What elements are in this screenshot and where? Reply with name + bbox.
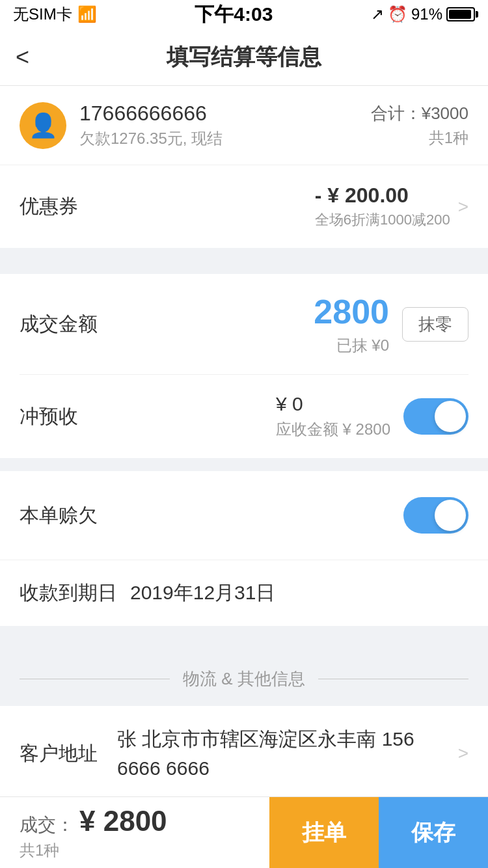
prepay-value: ¥ 0 (276, 393, 390, 415)
coupon-info: - ¥ 200.00 全场6折满1000减200 (315, 183, 450, 230)
coupon-discount: - ¥ 200.00 (315, 183, 450, 208)
coupon-row[interactable]: 优惠券 - ¥ 200.00 全场6折满1000减200 > (0, 165, 488, 248)
hold-order-button[interactable]: 挂单 (269, 797, 379, 869)
deal-amount-info: 2800 已抹 ¥0 (314, 292, 389, 356)
page-title: 填写结算等信息 (167, 42, 321, 72)
customer-row: 👤 17666666666 欠款1276.35元, 现结 合计：¥3000 共1… (0, 86, 488, 165)
battery-icon (446, 7, 475, 21)
gray-divider-3 (0, 639, 488, 652)
receivable-label: 应收金额 ¥ 2800 (276, 419, 390, 440)
status-left: 无SIM卡 📶 (13, 4, 97, 25)
gray-divider-2 (0, 458, 488, 471)
save-button[interactable]: 保存 (379, 797, 488, 869)
customer-right: 合计：¥3000 共1种 (371, 102, 468, 148)
due-date-value: 2019年12月31日 (130, 580, 275, 606)
amount-section: 成交金额 2800 已抹 ¥0 抹零 冲预收 ¥ 0 应收金额 ¥ 2800 (0, 274, 488, 458)
prepay-right: ¥ 0 应收金额 ¥ 2800 (276, 393, 468, 440)
customer-card: 👤 17666666666 欠款1276.35元, 现结 合计：¥3000 共1… (0, 86, 488, 248)
coupon-description: 全场6折满1000减200 (315, 210, 450, 230)
footer-info: 成交： ¥ 2800 共1种 (0, 805, 269, 861)
footer-deal-label: 成交： (20, 813, 74, 837)
status-bar: 无SIM卡 📶 下午4:03 ↗ ⏰ 91% (0, 0, 488, 29)
back-button[interactable]: < (16, 44, 29, 71)
customer-phone: 17666666666 (79, 102, 223, 126)
total-label: 合计：¥3000 (371, 102, 468, 125)
logistics-header-text: 物流 & 其他信息 (183, 668, 305, 690)
customer-debt: 欠款1276.35元, 现结 (79, 128, 223, 149)
debt-label: 本单赊欠 (20, 502, 98, 529)
avatar: 👤 (20, 102, 66, 149)
prepay-row: 冲预收 ¥ 0 应收金额 ¥ 2800 (20, 375, 468, 458)
debt-toggle[interactable] (403, 497, 468, 534)
logistics-header: 物流 & 其他信息 (0, 652, 488, 706)
toggle-knob (435, 401, 466, 432)
total-count: 共1种 (371, 128, 468, 148)
footer-count: 共1种 (20, 840, 250, 861)
round-off-button[interactable]: 抹零 (402, 307, 468, 342)
address-value: 张 北京市市辖区海淀区永丰南 156 6666 6666 (117, 724, 458, 783)
due-date-row: 收款到期日 2019年12月31日 (0, 560, 488, 626)
customer-info: 17666666666 欠款1276.35元, 现结 (79, 102, 223, 149)
prepay-label: 冲预收 (20, 403, 78, 430)
coupon-right: - ¥ 200.00 全场6折满1000减200 > (315, 183, 468, 230)
debt-row: 本单赊欠 (0, 471, 488, 560)
deal-amount-label: 成交金额 (20, 311, 98, 338)
customer-left: 👤 17666666666 欠款1276.35元, 现结 (20, 102, 223, 149)
location-icon: ↗ (371, 5, 384, 23)
battery-label: 91% (411, 5, 442, 23)
due-date-label: 收款到期日 (20, 580, 117, 606)
address-row[interactable]: 客户地址 张 北京市市辖区海淀区永丰南 156 6666 6666 > (0, 706, 488, 801)
footer: 成交： ¥ 2800 共1种 挂单 保存 (0, 796, 488, 868)
coupon-arrow-icon: > (458, 197, 468, 217)
deal-amount-row: 成交金额 2800 已抹 ¥0 抹零 (20, 274, 468, 375)
sim-label: 无SIM卡 (13, 4, 72, 25)
status-time: 下午4:03 (195, 1, 273, 28)
coupon-label: 优惠券 (20, 193, 78, 220)
deal-amount-value: 2800 (314, 292, 389, 331)
debt-toggle-knob (435, 500, 466, 531)
wifi-icon: 📶 (77, 5, 97, 23)
alarm-icon: ⏰ (388, 5, 407, 23)
status-right: ↗ ⏰ 91% (371, 5, 475, 23)
address-arrow-icon: > (458, 743, 468, 764)
footer-deal-row: 成交： ¥ 2800 (20, 805, 250, 837)
header-line-left (20, 679, 170, 679)
already-rounded: 已抹 ¥0 (314, 335, 389, 356)
content: 👤 17666666666 欠款1276.35元, 现结 合计：¥3000 共1… (0, 86, 488, 868)
prepay-toggle[interactable] (403, 398, 468, 435)
gray-divider-1 (0, 261, 488, 274)
nav-bar: < 填写结算等信息 (0, 29, 488, 86)
avatar-icon: 👤 (29, 112, 58, 139)
debt-card: 本单赊欠 收款到期日 2019年12月31日 (0, 471, 488, 626)
prepay-info: ¥ 0 应收金额 ¥ 2800 (276, 393, 390, 440)
deal-amount-right: 2800 已抹 ¥0 抹零 (314, 292, 468, 356)
address-label: 客户地址 (20, 740, 98, 767)
header-line-right (318, 679, 468, 679)
footer-amount: ¥ 2800 (79, 805, 167, 837)
